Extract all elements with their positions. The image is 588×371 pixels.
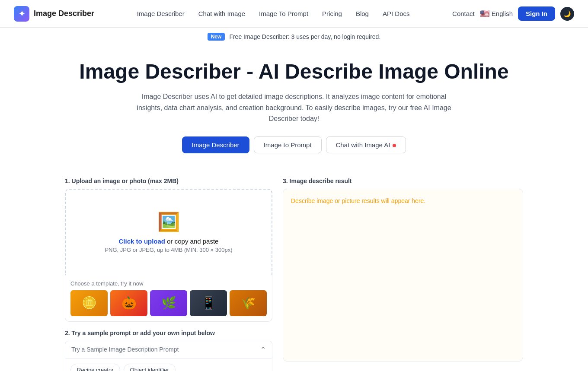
banner-text: Free Image Describer: 3 uses per day, no… [229, 33, 380, 40]
nav-blog[interactable]: Blog [350, 7, 375, 20]
language-selector[interactable]: 🇺🇸 English [480, 9, 513, 19]
dark-mode-toggle[interactable]: 🌙 [560, 7, 574, 21]
nav-api-docs[interactable]: API Docs [377, 7, 416, 20]
new-badge: New [208, 33, 225, 41]
logo-text: Image Describer [34, 9, 94, 18]
upload-click-text: Click to upload [119, 238, 166, 245]
nav-pricing[interactable]: Pricing [316, 7, 348, 20]
tag-object-identifier[interactable]: Object identifier [124, 364, 176, 371]
logo-icon: ✦ [14, 6, 29, 22]
tab-buttons: Image Describer Image to Prompt Chat wit… [9, 136, 579, 153]
upload-or-text: or copy and paste [167, 238, 218, 245]
nav-image-to-prompt[interactable]: Image To Prompt [253, 7, 314, 20]
nav-links: Image Describer Chat with Image Image To… [131, 7, 416, 20]
nav-chat-with-image[interactable]: Chat with Image [192, 7, 251, 20]
upload-area[interactable]: 🖼️ Click to upload or copy and paste PNG… [65, 189, 272, 275]
tag-recipe-creator[interactable]: Recipe creator [70, 364, 120, 371]
main-content: 1. Upload an image or photo (max 2MB) 🖼️… [56, 178, 532, 371]
result-label: 3. Image describe result [283, 178, 523, 184]
hero-section: Image Describer - AI Describe Image Onli… [0, 46, 588, 178]
nav-image-describer[interactable]: Image Describer [131, 7, 191, 20]
result-placeholder: Describe image or picture results will a… [291, 197, 425, 204]
sign-in-button[interactable]: Sign In [518, 6, 555, 21]
template-section: Choose a template, try it now 🪙 🎃 🌿 📱 🌾 [65, 275, 272, 322]
right-panel: 3. Image describe result Describe image … [283, 178, 523, 371]
hero-title: Image Describer - AI Describe Image Onli… [9, 60, 579, 83]
prompt-section: 2. Try a sample prompt or add your own i… [65, 330, 272, 371]
template-image-3[interactable]: 🌿 [150, 290, 187, 316]
template-image-5[interactable]: 🌾 [230, 290, 267, 316]
live-dot [393, 144, 396, 147]
result-area: Describe image or picture results will a… [283, 189, 523, 361]
hero-description: Image Describer uses AI to get detailed … [130, 91, 458, 124]
prompt-tags: Recipe creator Object identifier Marketi… [65, 358, 272, 371]
upload-icon: 🖼️ [157, 211, 180, 232]
prompt-dropdown-text: Try a Sample Image Description Prompt [71, 346, 179, 353]
tab-chat-with-image-ai[interactable]: Chat with Image AI [326, 136, 406, 153]
prompt-dropdown[interactable]: Try a Sample Image Description Prompt ⌃ [65, 341, 272, 358]
tags-row-1: Recipe creator Object identifier [70, 364, 267, 371]
left-panel: 1. Upload an image or photo (max 2MB) 🖼️… [65, 178, 272, 371]
template-image-4[interactable]: 📱 [190, 290, 227, 316]
chevron-up-icon: ⌃ [260, 346, 266, 354]
template-images: 🪙 🎃 🌿 📱 🌾 [70, 290, 267, 316]
navbar: ✦ Image Describer Image Describer Chat w… [0, 0, 588, 28]
logo[interactable]: ✦ Image Describer [14, 6, 94, 22]
prompt-label: 2. Try a sample prompt or add your own i… [65, 330, 272, 336]
upload-sub-text: PNG, JPG or JPEG, up to 4MB (MIN. 300 × … [105, 247, 232, 253]
promo-banner: New Free Image Describer: 3 uses per day… [0, 28, 588, 46]
template-image-1[interactable]: 🪙 [70, 290, 108, 316]
template-image-2[interactable]: 🎃 [110, 290, 147, 316]
flag-icon: 🇺🇸 [480, 9, 489, 19]
tab-chat-label: Chat with Image AI [336, 141, 390, 149]
upload-text: Click to upload or copy and paste [119, 238, 219, 245]
template-label: Choose a template, try it now [70, 280, 267, 287]
contact-link[interactable]: Contact [452, 10, 475, 17]
nav-right: Contact 🇺🇸 English Sign In 🌙 [452, 6, 574, 21]
upload-label: 1. Upload an image or photo (max 2MB) [65, 178, 272, 184]
tab-image-describer[interactable]: Image Describer [182, 136, 249, 153]
tab-image-to-prompt[interactable]: Image to Prompt [254, 136, 322, 153]
language-label: English [492, 10, 513, 17]
